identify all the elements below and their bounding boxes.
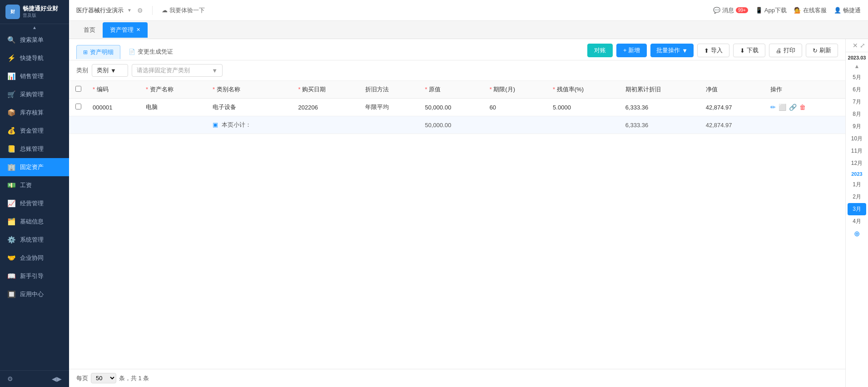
sidebar-item-guide[interactable]: 📖 新手引导 [0, 267, 69, 285]
month-2[interactable]: 2月 [848, 191, 866, 203]
sidebar-item-basic-info[interactable]: 🗂️ 基础信息 [0, 213, 69, 231]
tabbar: 首页 资产管理 ✕ [69, 21, 868, 39]
sidebar-item-system[interactable]: ⚙️ 系统管理 [0, 231, 69, 249]
tab-asset-mgmt[interactable]: 资产管理 ✕ [103, 22, 148, 38]
company-gear-icon[interactable]: ⚙ [137, 7, 143, 14]
subtab-change-voucher[interactable]: 📄 变更生成凭证 [122, 45, 179, 59]
sidebar-item-label: 新手引导 [20, 272, 44, 280]
sidebar-item-sales[interactable]: 📊 销售管理 [0, 67, 69, 85]
sidebar-item-fixed-assets[interactable]: 🏢 固定资产 [0, 158, 69, 176]
sidebar-item-purchase[interactable]: 🛒 采购管理 [0, 85, 69, 104]
subtotal-empty-3 [293, 116, 360, 134]
import-icon: ⬆ [704, 47, 709, 54]
month-3-active[interactable]: 3月 [848, 203, 866, 215]
month-9[interactable]: 9月 [848, 120, 866, 133]
month-10[interactable]: 10月 [848, 133, 866, 145]
reconcile-btn[interactable]: 对账 [587, 44, 613, 57]
sidebar-item-enterprise[interactable]: 🤝 企业协同 [0, 249, 69, 267]
table-header: 编码 资产名称 类别名称 购买日期 折旧方法 原值 期限(月) 残值率(%) 期… [69, 81, 845, 99]
import-btn[interactable]: ⬆ 导入 [697, 44, 729, 57]
sidebar-item-label: 企业协同 [20, 254, 44, 262]
sidebar-item-quicknav[interactable]: ⚡ 快捷导航 [0, 49, 69, 67]
sidebar-item-label: 系统管理 [20, 236, 44, 244]
ops-group: ✏ ⬜ 🔗 🗑 [770, 104, 840, 111]
online-service-btn[interactable]: 💁 在线客服 [794, 6, 827, 15]
refresh-btn[interactable]: ↻ 刷新 [806, 44, 838, 57]
tab-home[interactable]: 首页 [76, 22, 103, 38]
panel-arrow-up[interactable]: ▲ [846, 61, 868, 71]
prev-year-months: 5月 6月 7月 8月 9月 10月 11月 12月 [846, 71, 868, 169]
copy-icon[interactable]: ⬜ [779, 104, 786, 111]
print-btn[interactable]: 🖨 打印 [769, 44, 802, 57]
delete-icon[interactable]: 🗑 [799, 104, 806, 111]
sidebar-item-label: 库存核算 [20, 109, 44, 117]
panel-expand-icon[interactable]: ⤢ [860, 42, 865, 49]
table-wrap[interactable]: 编码 资产名称 类别名称 购买日期 折旧方法 原值 期限(月) 残值率(%) 期… [69, 81, 845, 369]
guide-icon: 📖 [7, 272, 15, 280]
tab-close-icon[interactable]: ✕ [136, 27, 140, 33]
per-page-select[interactable]: 50 10 20 100 [91, 373, 116, 383]
appstore-icon: 🔲 [7, 290, 15, 298]
panel-close-icon[interactable]: ✕ [853, 42, 858, 49]
category-select-value[interactable]: 请选择固定资产类别 ▼ [132, 64, 223, 77]
assets-table: 编码 资产名称 类别名称 购买日期 折旧方法 原值 期限(月) 残值率(%) 期… [69, 81, 845, 134]
curr-year-months: 1月 2月 3月 4月 [846, 179, 868, 228]
category-select-type[interactable]: 类别 ▼ [92, 64, 128, 77]
sidebar-item-salary[interactable]: 💵 工资 [0, 176, 69, 194]
sidebar-item-label: 搜索菜单 [20, 36, 44, 44]
enterprise-icon: 🤝 [7, 254, 15, 262]
select-all-checkbox[interactable] [75, 86, 81, 92]
subtotal-label: 本页小计： [222, 121, 251, 128]
link-icon[interactable]: 🔗 [789, 104, 797, 111]
panel-bottom-expand-icon[interactable]: ⊕ [854, 229, 860, 238]
row-initial-accumulated: 6,333.36 [620, 99, 700, 116]
month-7[interactable]: 7月 [848, 96, 866, 108]
sidebar-scroll-up[interactable]: ▲ [0, 24, 69, 31]
ledger-icon: 📒 [7, 145, 15, 153]
sidebar-item-funds[interactable]: 💰 资金管理 [0, 122, 69, 140]
month-5[interactable]: 5月 [848, 71, 866, 84]
month-8[interactable]: 8月 [848, 108, 866, 120]
collapse-icon[interactable]: ◀▶ [52, 375, 62, 382]
sidebar-item-search[interactable]: 🔍 搜索菜单 [0, 31, 69, 49]
doc-icon: 📄 [129, 49, 135, 55]
subtotal-icon: ▣ [213, 121, 218, 128]
sidebar-item-operations[interactable]: 📈 经营管理 [0, 194, 69, 213]
sidebar-item-appstore[interactable]: 🔲 应用中心 [0, 285, 69, 303]
experience-btn[interactable]: ☁ 我要体验一下 [162, 6, 205, 15]
app-logo-text: 畅捷通好业财 普及版 [23, 5, 58, 19]
company-dropdown-icon[interactable]: ▼ [127, 8, 132, 13]
row-net-value: 42,874.97 [700, 99, 765, 116]
sales-icon: 📊 [7, 72, 15, 80]
download-btn[interactable]: ⬇ 下载 [733, 44, 765, 57]
month-11[interactable]: 11月 [848, 145, 866, 157]
subtab-asset-detail[interactable]: ⊞ 资产明细 [76, 45, 120, 59]
app-download-btn[interactable]: 📱 App下载 [755, 6, 787, 15]
row-residual-rate: 5.0000 [547, 99, 620, 116]
th-depreciation-method: 折旧方法 [360, 81, 420, 99]
month-6[interactable]: 6月 [848, 84, 866, 96]
subtotal-initial-accumulated: 6,333.36 [620, 116, 700, 134]
subtotal-empty-7 [765, 116, 845, 134]
month-4[interactable]: 4月 [848, 215, 866, 228]
funds-icon: 💰 [7, 127, 15, 135]
month-12[interactable]: 12月 [848, 157, 866, 169]
filter-bar: 类别 类别 ▼ 请选择固定资产类别 ▼ [69, 60, 845, 81]
new-btn[interactable]: + 新增 [616, 44, 647, 57]
sidebar-item-inventory[interactable]: 📦 库存核算 [0, 104, 69, 122]
sidebar-item-ledger[interactable]: 📒 总账管理 [0, 140, 69, 158]
company-name: 医疗器械行业演示 [76, 6, 124, 15]
message-btn[interactable]: 💬 消息 99+ [713, 6, 748, 15]
month-1[interactable]: 1月 [848, 179, 866, 191]
salary-icon: 💵 [7, 181, 15, 189]
settings-icon[interactable]: ⚙ [7, 375, 13, 382]
fixed-assets-icon: 🏢 [7, 163, 15, 171]
row-checkbox[interactable] [75, 104, 81, 109]
batch-ops-btn[interactable]: 批量操作 ▼ [650, 44, 694, 57]
refresh-icon: ↻ [813, 47, 818, 54]
right-panel: ✕ ⤢ 2023.03 ▲ 5月 6月 7月 8月 9月 10月 11月 12月… [845, 39, 868, 387]
download-btn-icon: ⬇ [740, 47, 745, 54]
subtotal-label-cell: ▣ 本页小计： [207, 116, 293, 134]
edit-icon[interactable]: ✏ [770, 104, 776, 111]
user-btn[interactable]: 👤 畅捷通 [834, 6, 861, 15]
